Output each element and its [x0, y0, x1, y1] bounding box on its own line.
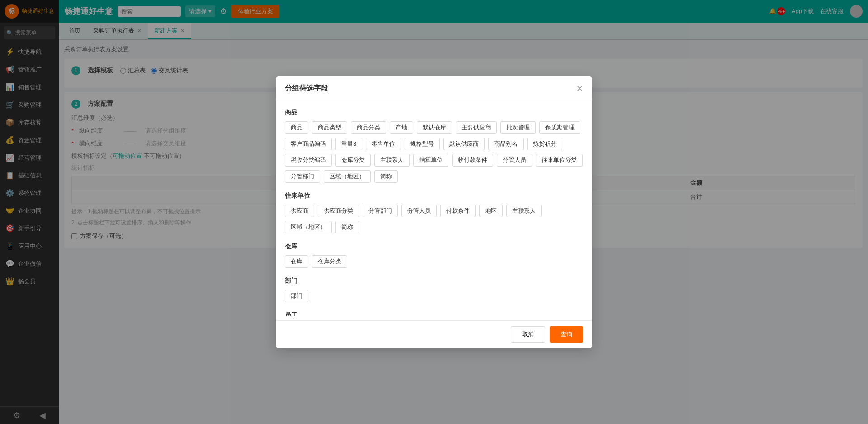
modal-hscroll[interactable]	[276, 316, 592, 320]
field-tag[interactable]: 供应商	[285, 205, 314, 217]
field-tag[interactable]: 主联系人	[506, 205, 542, 217]
field-group-title-warehouse: 仓库	[285, 243, 583, 251]
confirm-button[interactable]: 查询	[550, 326, 583, 343]
field-tag[interactable]: 简称	[374, 170, 398, 183]
field-tag[interactable]: 仓库	[285, 255, 308, 268]
cancel-button[interactable]: 取消	[511, 326, 545, 343]
field-tags-department: 部门	[285, 290, 583, 302]
field-tag[interactable]: 客户商品编码	[285, 138, 332, 150]
field-tag[interactable]: 拣货积分	[527, 138, 562, 150]
field-group-title-department: 部门	[285, 277, 583, 285]
field-tag[interactable]: 分管部门	[285, 170, 320, 183]
field-tag[interactable]: 区域（地区）	[324, 170, 371, 183]
field-tag[interactable]: 往来单位分类	[536, 154, 583, 167]
field-tag[interactable]: 保质期管理	[539, 121, 580, 134]
modal-header: 分组待选字段 ✕	[276, 76, 592, 101]
field-tag[interactable]: 商品分类	[351, 121, 386, 134]
field-tag[interactable]: 重量3	[335, 138, 362, 150]
field-tag[interactable]: 结算单位	[413, 154, 448, 167]
field-tag[interactable]: 仓库分类	[312, 255, 347, 268]
field-tag[interactable]: 税收分类编码	[285, 154, 332, 167]
field-tag[interactable]: 批次管理	[500, 121, 536, 134]
field-group-title-partner: 往来单位	[285, 192, 583, 200]
modal-overlay: 分组待选字段 ✕ 商品商品商品类型商品分类产地默认仓库主要供应商批次管理保质期管…	[0, 0, 868, 424]
field-tag[interactable]: 产地	[390, 121, 413, 134]
field-tag[interactable]: 默认供应商	[443, 138, 485, 150]
field-tag[interactable]: 供应商分类	[318, 205, 359, 217]
field-tag[interactable]: 商品	[285, 121, 308, 134]
modal-footer: 取消 查询	[276, 320, 592, 348]
field-tags-goods: 商品商品类型商品分类产地默认仓库主要供应商批次管理保质期管理客户商品编码重量3零…	[285, 121, 583, 183]
field-tags-partner: 供应商供应商分类分管部门分管人员付款条件地区主联系人区域（地区）简称	[285, 205, 583, 233]
field-selector-modal: 分组待选字段 ✕ 商品商品商品类型商品分类产地默认仓库主要供应商批次管理保质期管…	[276, 76, 592, 348]
field-tag[interactable]: 主联系人	[374, 154, 410, 167]
field-tag[interactable]: 规格型号	[405, 138, 440, 150]
modal-body: 商品商品商品类型商品分类产地默认仓库主要供应商批次管理保质期管理客户商品编码重量…	[276, 101, 592, 316]
field-group-title-goods: 商品	[285, 109, 583, 117]
modal-close-button[interactable]: ✕	[576, 84, 583, 94]
field-tag[interactable]: 默认仓库	[417, 121, 452, 134]
field-tag[interactable]: 简称	[335, 221, 359, 233]
field-tag[interactable]: 部门	[285, 290, 308, 302]
field-tag[interactable]: 零售单位	[366, 138, 401, 150]
field-tag[interactable]: 仓库分类	[335, 154, 371, 167]
field-tag[interactable]: 分管部门	[363, 205, 398, 217]
field-tag[interactable]: 分管人员	[401, 205, 437, 217]
field-tag[interactable]: 主要供应商	[456, 121, 497, 134]
field-tags-warehouse: 仓库仓库分类	[285, 255, 583, 268]
field-tag[interactable]: 收付款条件	[452, 154, 493, 167]
modal-title: 分组待选字段	[285, 84, 328, 93]
field-tag[interactable]: 地区	[479, 205, 503, 217]
field-group-goods: 商品商品商品类型商品分类产地默认仓库主要供应商批次管理保质期管理客户商品编码重量…	[285, 109, 583, 183]
field-group-partner: 往来单位供应商供应商分类分管部门分管人员付款条件地区主联系人区域（地区）简称	[285, 192, 583, 233]
field-group-department: 部门部门	[285, 277, 583, 302]
field-group-title-employee: 员工	[285, 311, 583, 316]
field-tag[interactable]: 付款条件	[440, 205, 476, 217]
field-tag[interactable]: 商品别名	[488, 138, 524, 150]
field-group-warehouse: 仓库仓库仓库分类	[285, 243, 583, 268]
field-tag[interactable]: 商品类型	[312, 121, 347, 134]
field-tag[interactable]: 区域（地区）	[285, 221, 332, 233]
field-group-employee: 员工业务员	[285, 311, 583, 316]
field-tag[interactable]: 分管人员	[497, 154, 532, 167]
